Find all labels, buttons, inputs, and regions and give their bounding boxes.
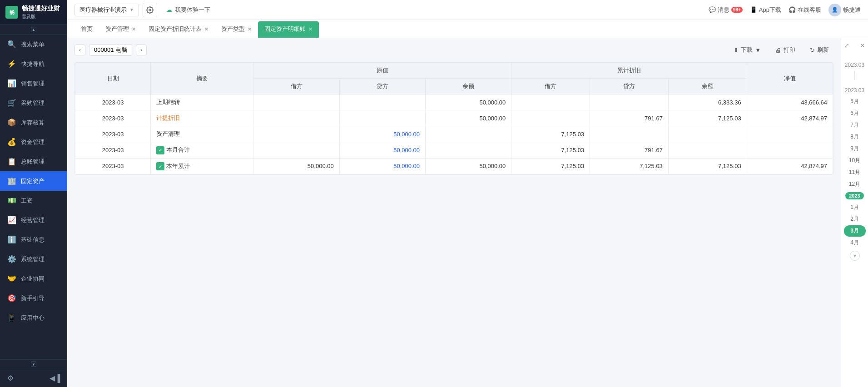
tab-close-icon[interactable]: ✕ (308, 26, 312, 32)
timeline-year-badge[interactable]: 2023 (845, 192, 863, 199)
cooperation-icon: 🤝 (7, 274, 16, 283)
cell-dep-debit (511, 110, 590, 126)
timeline-month[interactable]: 9月 (844, 143, 866, 154)
sidebar-item-label: 企业协同 (21, 275, 60, 283)
scroll-up-btn[interactable]: ▲ (31, 27, 36, 32)
tab-close-icon[interactable]: ✕ (204, 26, 208, 32)
cell-orig-credit: 50,000.00 (339, 158, 425, 174)
tab-home[interactable]: 首页 (74, 21, 99, 38)
timeline-month[interactable]: 8月 (844, 131, 866, 143)
timeline-month[interactable]: 5月 (844, 96, 866, 107)
refresh-label: 刷新 (817, 46, 829, 54)
sidebar-item-payroll[interactable]: 💵 工资 (0, 191, 67, 210)
cell-net-value: 42,874.97 (747, 110, 833, 126)
cell-dep-credit: 791.67 (590, 142, 669, 159)
sidebar-item-basic-info[interactable]: ℹ️ 基础信息 (0, 230, 67, 249)
tab-label: 固定资产折旧统计表 (149, 25, 202, 33)
timeline-month[interactable]: 4月 (844, 237, 866, 248)
timeline-month[interactable]: 6月 (844, 108, 866, 119)
print-label: 打印 (784, 46, 795, 54)
sidebar-item-operations[interactable]: 📈 经营管理 (0, 210, 67, 230)
cell-dep-debit (511, 94, 590, 110)
content-area: ‹ 000001 电脑 › ⬇ 下载 ▼ 🖨 打印 ↻ (67, 38, 868, 387)
experience-button[interactable]: ☁ 我要体验一下 (161, 4, 216, 16)
asset-navigation: ‹ 000001 电脑 › (74, 44, 147, 56)
sidebar-item-quick-nav[interactable]: ⚡ 快捷导航 (0, 54, 67, 74)
sidebar-item-purchase[interactable]: 🛒 采购管理 (0, 93, 67, 113)
support-button[interactable]: 🎧 在线客服 (789, 6, 821, 14)
print-button[interactable]: 🖨 打印 (771, 44, 800, 56)
app-download-button[interactable]: 📱 App下载 (750, 6, 781, 14)
tab-depreciation[interactable]: 固定资产折旧统计表 ✕ (142, 21, 215, 38)
tab-asset-detail[interactable]: 固定资产明细账 ✕ (258, 21, 319, 38)
sidebar-footer: ⚙ ◀▐ (0, 369, 67, 387)
table-row: 2023-03 ✓本月合计 50,000.00 7,125.03 791.67 (75, 142, 833, 159)
download-button[interactable]: ⬇ 下载 ▼ (729, 44, 765, 56)
cell-net-value (747, 142, 833, 159)
tab-label: 资产类型 (221, 25, 245, 33)
user-menu[interactable]: 👤 畅捷通 (828, 4, 861, 16)
badge-icon: ✓ (156, 162, 164, 170)
sidebar-item-label: 搜索菜单 (21, 40, 60, 49)
tab-close-icon[interactable]: ✕ (248, 26, 252, 32)
table-row: 2023-03 计提折旧 50,000.00 791.67 7,125.03 4… (75, 110, 833, 126)
collapse-sidebar-icon[interactable]: ◀▐ (50, 374, 60, 382)
sidebar-item-guide[interactable]: 🎯 新手引导 (0, 288, 67, 308)
th-dep-credit: 贷方 (590, 79, 669, 94)
summary-link[interactable]: 计提折旧 (156, 114, 180, 121)
sidebar-item-sales[interactable]: 📊 销售管理 (0, 74, 67, 93)
settings-button[interactable] (143, 3, 157, 17)
timeline-month[interactable]: 7月 (844, 119, 866, 131)
timeline-month[interactable]: 11月 (844, 167, 866, 178)
table-row: 2023-03 资产清理 50,000.00 7,125.03 (75, 126, 833, 142)
timeline-expand-icon[interactable]: ⤢ (844, 42, 849, 49)
th-original-value: 原值 (253, 63, 511, 79)
sidebar-item-label: 销售管理 (21, 79, 60, 88)
sales-icon: 📊 (7, 79, 16, 88)
sidebar-item-label: 资金管理 (21, 138, 60, 146)
sidebar-item-ledger[interactable]: 📋 总账管理 (0, 152, 67, 171)
summary-text: 上期结转 (156, 99, 180, 105)
th-orig-credit: 贷方 (339, 79, 425, 94)
sidebar-item-search[interactable]: 🔍 搜索菜单 (0, 35, 67, 54)
sidebar-item-cooperation[interactable]: 🤝 企业协同 (0, 269, 67, 288)
settings-footer-icon[interactable]: ⚙ (7, 374, 14, 382)
asset-code-display[interactable]: 000001 电脑 (89, 44, 132, 56)
timeline-close-icon[interactable]: ✕ (860, 42, 865, 49)
cell-dep-balance (668, 142, 747, 159)
tab-asset-mgmt[interactable]: 资产管理 ✕ (99, 21, 142, 38)
sidebar-item-inventory[interactable]: 📦 库存核算 (0, 113, 67, 132)
cell-dep-credit: 791.67 (590, 110, 669, 126)
timeline-months-after: 1月2月3月4月 (844, 201, 866, 249)
company-selector[interactable]: 医疗器械行业演示 ▼ (74, 4, 139, 16)
timeline-month[interactable]: 10月 (844, 155, 866, 166)
sidebar-item-fixed-assets[interactable]: 🏢 固定资产 (0, 171, 67, 191)
tab-close-icon[interactable]: ✕ (132, 26, 136, 32)
cell-summary: 计提折旧 (151, 110, 253, 126)
prev-asset-button[interactable]: ‹ (74, 45, 85, 55)
timeline-month[interactable]: 2月 (844, 213, 866, 225)
timeline-month[interactable]: 3月 (844, 225, 866, 237)
sidebar-item-label: 经营管理 (21, 216, 60, 224)
timeline-month[interactable]: 12月 (844, 179, 866, 190)
timeline-month[interactable]: 1月 (844, 202, 866, 213)
notification-button[interactable]: 💬 消息 99+ (709, 6, 743, 14)
system-icon: ⚙️ (7, 255, 16, 263)
cell-summary: ✓本年累计 (151, 158, 253, 174)
th-orig-debit: 借方 (253, 79, 339, 94)
sidebar-item-funds[interactable]: 💰 资金管理 (0, 132, 67, 152)
timeline-year-label-top1: 2023.03 (845, 62, 864, 68)
cell-orig-debit: 50,000.00 (253, 158, 339, 174)
cell-date: 2023-03 (75, 110, 151, 126)
timeline-scroll-down[interactable]: ▾ (850, 251, 860, 261)
sidebar-item-app-center[interactable]: 📱 应用中心 (0, 308, 67, 327)
dropdown-icon: ▼ (755, 47, 761, 54)
next-asset-button[interactable]: › (136, 45, 147, 55)
scroll-down-btn[interactable]: ▼ (31, 362, 36, 367)
tab-asset-type[interactable]: 资产类型 ✕ (215, 21, 258, 38)
cell-orig-debit (253, 126, 339, 142)
sidebar-item-system[interactable]: ⚙️ 系统管理 (0, 249, 67, 269)
cell-date: 2023-03 (75, 142, 151, 159)
refresh-button[interactable]: ↻ 刷新 (805, 44, 833, 56)
cell-summary: ✓本月合计 (151, 142, 253, 159)
